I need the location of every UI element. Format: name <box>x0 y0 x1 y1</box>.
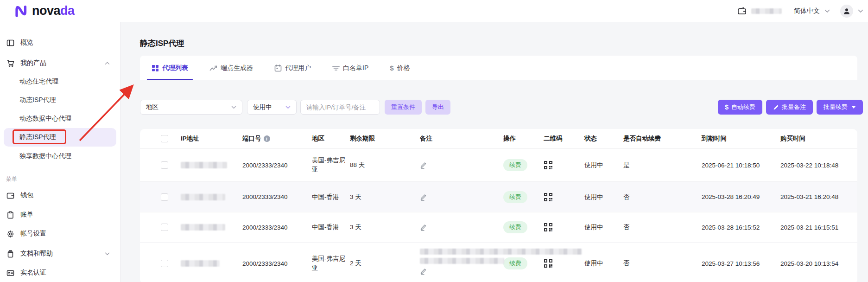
user-avatar[interactable] <box>840 5 853 18</box>
sidebar-item-overview[interactable]: 概览 <box>0 33 120 52</box>
cell-region: 美国-弗吉尼亚 <box>312 254 350 272</box>
tab-label: 代理用户 <box>285 64 311 72</box>
edit-remark-icon[interactable] <box>420 161 427 169</box>
column-header-port: 端口号 <box>242 135 261 143</box>
language-selector[interactable]: 简体中文 <box>794 7 820 15</box>
renew-button[interactable]: 续费 <box>503 191 527 203</box>
export-button[interactable]: 导出 <box>425 100 450 115</box>
qr-code-icon[interactable] <box>544 259 553 268</box>
table-row: 2000/2333/2340 美国-弗吉尼亚 88 天 续费 使用中 是 202… <box>140 149 857 182</box>
chevron-down-icon[interactable] <box>824 9 830 13</box>
edit-remark-icon[interactable] <box>420 193 427 201</box>
reset-filters-button[interactable]: 重置条件 <box>385 100 422 115</box>
edit-remark-icon[interactable] <box>420 268 427 275</box>
row-checkbox[interactable] <box>161 161 168 169</box>
sidebar-item-docs-and-help[interactable]: 文档和帮助 <box>0 244 120 263</box>
ip-address-blurred <box>181 224 225 231</box>
brand-wordmark: novada <box>32 4 75 18</box>
sidebar-item-label: 钱包 <box>20 191 33 199</box>
renew-button[interactable]: 续费 <box>503 257 527 269</box>
sidebar-item-label: 实名认证 <box>20 269 46 277</box>
sidebar-sub-label: 动态数据中心代理 <box>19 115 71 123</box>
tab-label: 代理列表 <box>162 64 188 72</box>
sidebar-sub-label: 独享数据中心代理 <box>19 152 71 160</box>
clipboard-icon <box>6 211 14 219</box>
tab-proxy-users[interactable]: 代理用户 <box>270 56 316 80</box>
sidebar-item-dynamic-isp-proxy[interactable]: 动态ISP代理 <box>0 91 120 109</box>
wallet-icon[interactable] <box>737 7 747 15</box>
tab-pricing[interactable]: $ 价格 <box>385 56 414 80</box>
batch-remark-button[interactable]: 批量备注 <box>766 100 813 115</box>
column-header-expire-time: 到期时间 <box>702 135 780 143</box>
cell-remaining: 2 天 <box>350 259 420 268</box>
chevron-down-icon <box>231 106 236 109</box>
sidebar-item-account-settings[interactable]: 帐号设置 <box>0 224 120 243</box>
cell-status: 使用中 <box>584 259 623 268</box>
port-info-icon[interactable]: i <box>264 135 270 142</box>
renew-button[interactable]: 续费 <box>503 159 527 171</box>
cell-port: 2000/2333/2340 <box>242 224 312 231</box>
table-row: 2000/2333/2340 中国-香港 3 天 续费 使用中 否 2025-0… <box>140 182 857 212</box>
cell-purchase-time: 2025-03-21 16:20:48 <box>780 193 857 200</box>
sidebar-item-label: 文档和帮助 <box>20 250 53 258</box>
row-checkbox[interactable] <box>161 224 168 231</box>
cell-auto-renew: 否 <box>623 193 702 201</box>
tab-proxy-list[interactable]: 代理列表 <box>147 56 193 80</box>
column-header-region: 地区 <box>312 135 350 143</box>
button-label: 批量续费 <box>824 103 848 111</box>
overview-icon <box>6 39 14 47</box>
column-header-purchase-time: 购买时间 <box>780 135 857 143</box>
sidebar-item-dynamic-datacenter-proxy[interactable]: 动态数据中心代理 <box>0 109 120 128</box>
cart-icon <box>6 59 14 67</box>
column-header-remark: 备注 <box>420 135 503 143</box>
region-filter-select[interactable]: 地区 <box>140 100 242 115</box>
region-filter-value: 地区 <box>146 103 158 111</box>
renew-button[interactable]: 续费 <box>503 221 527 233</box>
brand-logo[interactable]: novada <box>14 4 75 18</box>
cell-purchase-time: 2025-03-21 16:15:51 <box>780 224 857 231</box>
cell-remaining: 3 天 <box>350 223 420 231</box>
cell-status: 使用中 <box>584 193 623 201</box>
wallet-balance-blurred <box>751 8 782 14</box>
column-header-auto-renew: 是否自动续费 <box>623 135 702 143</box>
select-all-checkbox[interactable] <box>161 135 168 142</box>
table-row: 2000/2333/2340 中国-香港 3 天 续费 使用中 否 2025-0… <box>140 212 857 243</box>
row-checkbox[interactable] <box>161 193 168 201</box>
sidebar-item-dynamic-residential-proxy[interactable]: 动态住宅代理 <box>0 72 120 91</box>
chevron-up-icon <box>105 62 110 65</box>
caret-down-icon <box>851 106 856 109</box>
column-header-ip: IP地址 <box>181 135 242 143</box>
sidebar-item-billing[interactable]: 账单 <box>0 205 120 224</box>
status-filter-select[interactable]: 使用中 <box>247 100 297 115</box>
topbar-right: 简体中文 <box>737 5 863 18</box>
sidebar-item-wallet[interactable]: 钱包 <box>0 186 120 205</box>
filter-lines-icon <box>332 65 340 71</box>
edit-remark-icon[interactable] <box>420 224 427 231</box>
grid-icon <box>152 64 159 72</box>
person-icon <box>843 7 850 15</box>
batch-renew-button[interactable]: 批量续费 <box>817 100 863 115</box>
search-input[interactable] <box>300 100 380 115</box>
tab-label: 端点生成器 <box>221 64 253 72</box>
chevron-down-icon[interactable] <box>858 9 863 13</box>
qr-code-icon[interactable] <box>544 160 553 170</box>
dollar-icon: $ <box>725 103 729 111</box>
sidebar-item-my-products[interactable]: 我的产品 <box>0 54 120 72</box>
cell-region: 中国-香港 <box>312 223 350 232</box>
cell-status: 使用中 <box>584 223 623 231</box>
cell-purchase-time: 2025-03-20 10:13:54 <box>780 260 857 267</box>
tab-whitelist-ip[interactable]: 白名单IP <box>328 56 373 80</box>
row-checkbox[interactable] <box>161 260 168 267</box>
qr-code-icon[interactable] <box>544 192 553 202</box>
sidebar-item-label: 我的产品 <box>20 59 46 67</box>
table-header-row: IP地址 端口号i 地区 剩余期限 备注 操作 二维码 状态 是否自动续费 到期… <box>140 129 857 149</box>
sidebar-item-static-isp-proxy[interactable]: 静态ISP代理 <box>4 128 116 147</box>
chevron-down-icon <box>105 252 110 256</box>
sidebar-item-real-name-auth[interactable]: 实名认证 <box>0 263 120 282</box>
cell-remaining: 3 天 <box>350 193 420 201</box>
button-label: 自动续费 <box>731 103 755 111</box>
qr-code-icon[interactable] <box>544 223 553 232</box>
tab-endpoint-generator[interactable]: 端点生成器 <box>205 56 258 80</box>
sidebar-item-dedicated-datacenter-proxy[interactable]: 独享数据中心代理 <box>0 147 120 166</box>
auto-renew-button[interactable]: $ 自动续费 <box>718 100 762 115</box>
